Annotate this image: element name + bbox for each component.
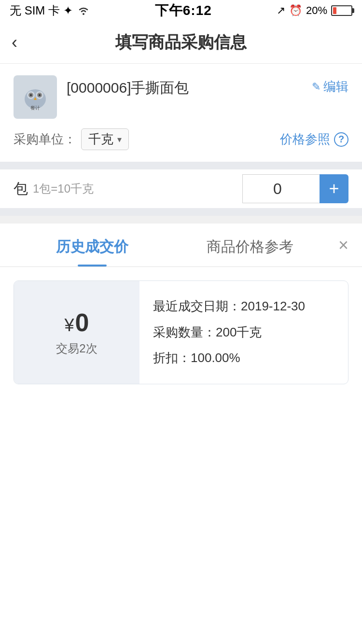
svg-text:餐计: 餐计 (30, 105, 40, 111)
price-ref-button[interactable]: 价格参照 ? (280, 131, 348, 148)
svg-point-6 (30, 94, 32, 96)
quantity-plus-button[interactable]: + (320, 174, 348, 203)
svg-point-0 (83, 13, 84, 15)
discount-label: 折扣： (153, 350, 191, 365)
product-left: 餐计 [0000006]手撕面包 (14, 75, 189, 119)
page-background-fill (0, 398, 362, 644)
recent-date-row: 最近成交日期：2019-12-30 (153, 296, 334, 317)
status-left: 无 SIM 卡 ✦ (10, 3, 90, 18)
pkg-conversion-text: 1包=10千克 (33, 181, 94, 196)
card-price-value: ¥0 (65, 308, 89, 337)
purchase-qty-value: 200千克 (216, 325, 262, 339)
currency-symbol: ¥ (65, 315, 74, 335)
tabs-section: 历史成交价 商品价格参考 × (0, 224, 362, 267)
purchase-qty-row: 采购数量：200千克 (153, 322, 334, 343)
history-card: ¥0 交易2次 最近成交日期：2019-12-30 采购数量：200千克 折扣：… (14, 280, 348, 384)
tab-history-price[interactable]: 历史成交价 (14, 224, 171, 266)
recent-date-value: 2019-12-30 (241, 299, 305, 313)
price-ref-info-icon: ? (334, 132, 348, 147)
quantity-control: + (242, 174, 348, 203)
quantity-section: 包 1包=10千克 + (0, 169, 362, 208)
package-icon: 包 (14, 179, 28, 199)
chevron-down-icon: ▾ (117, 134, 122, 145)
edit-icon: ✎ (312, 81, 320, 93)
unit-label-text: 采购单位： (14, 131, 76, 148)
price-ref-label: 价格参照 (280, 131, 330, 148)
card-details: 最近成交日期：2019-12-30 采购数量：200千克 折扣：100.00% (139, 281, 348, 384)
product-logo-icon: 餐计 (21, 83, 50, 112)
tab-price-reference[interactable]: 商品价格参考 (171, 224, 328, 266)
discount-value: 100.00% (191, 350, 240, 365)
battery-percent: 20% (306, 4, 327, 17)
product-section: 餐计 [0000006]手撕面包 ✎ 编辑 采购单位： 千克 ▾ 价格参照 ? (0, 64, 362, 162)
nav-bar: ‹ 填写商品采购信息 (0, 21, 362, 64)
alarm-icon: ⏰ (289, 4, 302, 17)
wifi-icon (77, 6, 90, 15)
discount-row: 折扣：100.00% (153, 348, 334, 368)
status-bar: 无 SIM 卡 ✦ 下午6:12 ↗ ⏰ 20% (0, 0, 362, 21)
unit-select-value: 千克 (88, 131, 113, 148)
trade-count: 交易2次 (56, 341, 97, 356)
tabs-header: 历史成交价 商品价格参考 × (0, 224, 362, 266)
quantity-input[interactable] (242, 174, 320, 203)
sim-status: 无 SIM 卡 ✦ (10, 3, 73, 18)
purchase-qty-label: 采购数量： (153, 325, 216, 339)
page-title: 填写商品采购信息 (115, 31, 247, 54)
recent-date-label: 最近成交日期： (153, 299, 241, 313)
tab-close-button[interactable]: × (329, 225, 348, 265)
back-button[interactable]: ‹ (12, 32, 17, 53)
product-unit-row: 采购单位： 千克 ▾ 价格参照 ? (14, 128, 348, 150)
svg-point-7 (39, 94, 41, 96)
unit-select-dropdown[interactable]: 千克 ▾ (81, 128, 129, 150)
section-divider-2 (0, 208, 362, 216)
pkg-label: 包 1包=10千克 (14, 179, 94, 199)
product-thumbnail: 餐计 (14, 75, 57, 119)
price-number: 0 (75, 308, 89, 336)
location-icon: ↗ (277, 4, 285, 17)
status-time: 下午6:12 (155, 1, 212, 20)
product-name: [0000006]手撕面包 (67, 75, 189, 98)
battery-icon (331, 5, 352, 16)
unit-label: 采购单位： 千克 ▾ (14, 128, 129, 150)
card-price-summary: ¥0 交易2次 (14, 281, 139, 384)
product-header: 餐计 [0000006]手撕面包 ✎ 编辑 (14, 75, 348, 119)
edit-button[interactable]: ✎ 编辑 (312, 75, 348, 95)
status-right: ↗ ⏰ 20% (277, 4, 352, 17)
section-divider (0, 162, 362, 169)
history-card-section: ¥0 交易2次 最近成交日期：2019-12-30 采购数量：200千克 折扣：… (0, 267, 362, 398)
edit-label: 编辑 (323, 78, 348, 95)
